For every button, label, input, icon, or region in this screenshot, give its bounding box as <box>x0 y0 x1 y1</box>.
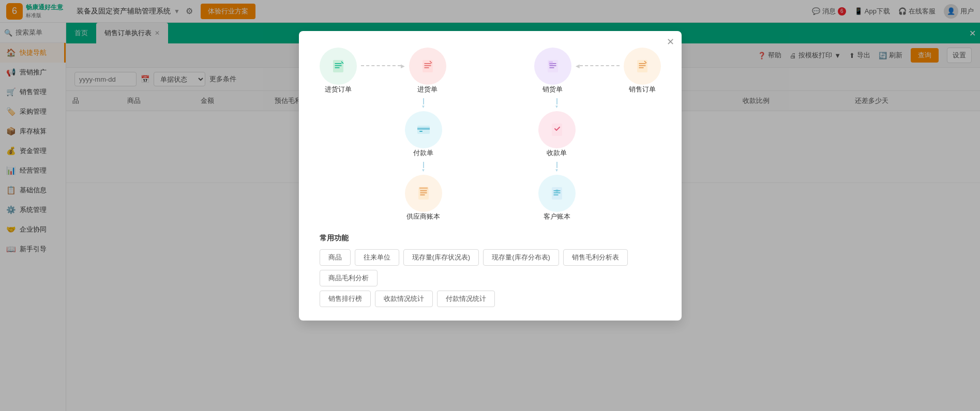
customer-ledger-label: 客户账本 <box>544 212 570 221</box>
customer-ledger-icon <box>538 175 576 212</box>
common-btn-payment-stats[interactable]: 付款情况统计 <box>437 291 495 307</box>
svg-rect-3 <box>549 61 553 65</box>
sales-slip-icon <box>534 48 571 85</box>
flow-item-purchase-order[interactable]: 进货订单 <box>320 48 357 94</box>
flow-arrows-down: ▼ ▼ <box>320 98 661 109</box>
popup-overlay[interactable]: ✕ 进货订单 <box>0 0 980 411</box>
common-btn-sales-profit[interactable]: 销售毛利分析表 <box>563 249 628 266</box>
common-btns-row1: 商品 往来单位 现存量(库存状况表) 现存量(库存分布表) 销售毛利分析表 商品… <box>320 249 661 286</box>
flow-item-payment[interactable]: 付款单 <box>405 111 442 158</box>
svg-point-11 <box>555 189 559 192</box>
purchase-slip-icon <box>409 48 446 85</box>
common-title: 常用功能 <box>320 234 661 243</box>
flow-item-supplier-ledger[interactable]: 供应商账本 <box>405 175 442 221</box>
svg-rect-10 <box>552 187 562 200</box>
arrow-2: ◀ <box>571 63 624 69</box>
common-btn-goods[interactable]: 商品 <box>320 249 351 266</box>
common-btn-stock-dist[interactable]: 现存量(库存分布表) <box>483 249 559 266</box>
svg-rect-4 <box>637 60 647 72</box>
flow-row-1: 进货订单 ▶ 进货单 <box>320 48 661 94</box>
common-btn-sales-rank[interactable]: 销售排行榜 <box>320 291 371 307</box>
flow-item-customer-ledger[interactable]: 客户账本 <box>538 175 576 221</box>
common-btns-row2: 销售排行榜 收款情况统计 付款情况统计 <box>320 291 661 307</box>
flow-item-sales-slip[interactable]: 销货单 <box>534 48 571 94</box>
purchase-order-icon <box>320 48 357 85</box>
flow-row-2: 付款单 收款单 <box>320 111 661 158</box>
svg-rect-1 <box>423 60 433 72</box>
popup-close-button[interactable]: ✕ <box>667 36 674 48</box>
payment-label: 付款单 <box>413 148 433 158</box>
sales-order-icon <box>624 48 661 85</box>
flow-item-receipt[interactable]: 收款单 <box>538 111 576 158</box>
arrow-1: ▶ <box>357 63 409 69</box>
flow-row-3: 供应商账本 客户账本 <box>320 175 661 221</box>
sales-slip-label: 销货单 <box>542 85 563 94</box>
flow-item-purchase-slip[interactable]: 进货单 <box>409 48 446 94</box>
flow-section: 进货订单 ▶ 进货单 <box>299 31 682 234</box>
supplier-ledger-icon <box>405 175 442 212</box>
common-btn-stock-status[interactable]: 现存量(库存状况表) <box>403 249 479 266</box>
svg-rect-7 <box>419 131 423 132</box>
receipt-icon <box>538 111 576 148</box>
supplier-ledger-label: 供应商账本 <box>406 212 440 221</box>
receipt-label: 收款单 <box>547 148 567 158</box>
purchase-order-label: 进货订单 <box>325 85 352 94</box>
flow-item-sales-order[interactable]: 销售订单 <box>624 48 661 94</box>
common-btn-receipt-stats[interactable]: 收款情况统计 <box>375 291 433 307</box>
flow-popup: ✕ 进货订单 <box>299 31 682 321</box>
purchase-slip-label: 进货单 <box>417 85 438 94</box>
common-section: 常用功能 商品 往来单位 现存量(库存状况表) 现存量(库存分布表) 销售毛利分… <box>299 234 682 321</box>
common-btn-goods-profit[interactable]: 商品毛利分析 <box>320 270 378 286</box>
payment-icon <box>405 111 442 148</box>
svg-rect-6 <box>417 128 430 130</box>
sales-order-label: 销售订单 <box>629 85 656 94</box>
flow-arrows-down-2: ▼ ▼ <box>320 162 661 173</box>
common-btn-counterpart[interactable]: 往来单位 <box>355 249 399 266</box>
